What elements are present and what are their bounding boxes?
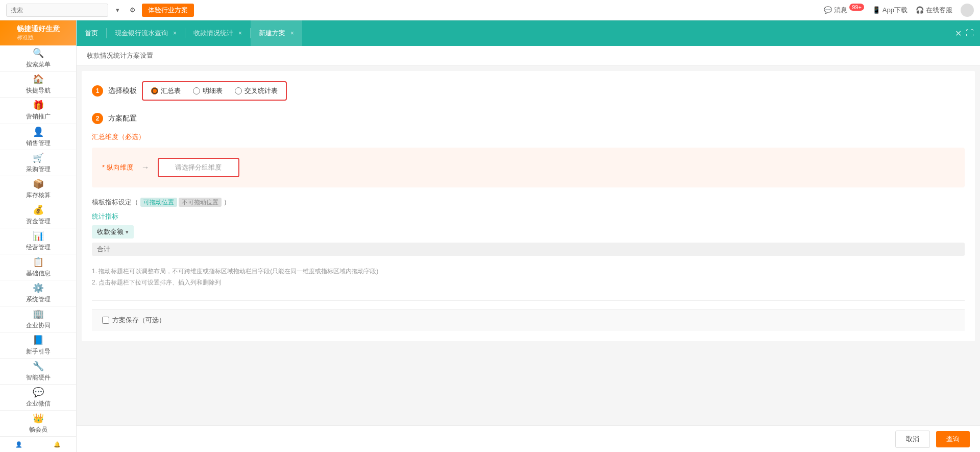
- sidebar-item-purchase[interactable]: 🛒 采购管理: [0, 150, 76, 176]
- sidebar-item-label: 基础信息: [26, 269, 51, 278]
- gear-icon[interactable]: ⚙: [127, 4, 139, 16]
- metrics-label-suffix: ）: [224, 198, 230, 206]
- step2-header: 2 方案配置: [92, 113, 965, 124]
- clipboard-icon: 📋: [33, 256, 44, 268]
- sidebar-item-enterprise[interactable]: 🏢 企业协同: [0, 306, 76, 332]
- radio-cross-input[interactable]: [235, 87, 242, 94]
- tab-receipts[interactable]: 收款情况统计 ×: [185, 20, 250, 46]
- metrics-subtag-row: 合计: [92, 243, 965, 256]
- top-bar-right: 💬 消息 99+ 📱 App下载 🎧 在线客服: [824, 4, 974, 17]
- support-label: 在线客服: [926, 6, 952, 15]
- top-search-input[interactable]: [6, 4, 108, 17]
- sidebar-logo: 畅捷通好生意 标准版: [0, 20, 76, 45]
- tool-icon: 🔧: [33, 361, 44, 372]
- radio-detail-input[interactable]: [193, 87, 200, 94]
- tab-cashflow-close[interactable]: ×: [173, 30, 177, 37]
- dimension-select[interactable]: 请选择分组维度: [158, 158, 239, 177]
- money-icon: 💰: [33, 204, 44, 216]
- sidebar-item-label: 经营管理: [26, 243, 51, 252]
- close-window-icon[interactable]: ✕: [955, 29, 962, 38]
- radio-detail[interactable]: 明细表: [193, 86, 223, 96]
- sidebar-item-inventory[interactable]: 📦 库存核算: [0, 176, 76, 202]
- book-icon: 📘: [33, 335, 44, 346]
- version-text: 标准版: [17, 34, 60, 41]
- save-checkbox[interactable]: [102, 317, 109, 324]
- sidebar-item-marketing[interactable]: 🎁 营销推广: [0, 98, 76, 124]
- sidebar-item-sales[interactable]: 👤 销售管理: [0, 124, 76, 150]
- tab-bar-right: ✕ ⛶: [955, 29, 980, 38]
- radio-summary-input[interactable]: [151, 87, 158, 94]
- sidebar-item-wechat[interactable]: 💬 企业微信: [0, 385, 76, 411]
- support-item[interactable]: 🎧 在线客服: [916, 6, 952, 15]
- crown-icon: 👑: [33, 413, 44, 424]
- dimension-placeholder: 请选择分组维度: [175, 163, 222, 171]
- person-icon: 👤: [33, 126, 44, 137]
- message-icon: 💬: [824, 6, 832, 14]
- user-bottom-icon: 👤: [15, 441, 22, 448]
- sidebar-item-vip[interactable]: 👑 畅会员: [0, 411, 76, 437]
- message-item[interactable]: 💬 消息 99+: [824, 6, 864, 15]
- notify-icon: 🔔: [54, 441, 61, 448]
- metrics-label-text: 模板指标设定（: [92, 198, 138, 206]
- step2-section: 2 方案配置 汇总维度（必选） * 纵向维度 → 请选择分组维度: [92, 113, 965, 288]
- support-icon: 🎧: [916, 6, 924, 14]
- radio-cross[interactable]: 交叉统计表: [235, 86, 278, 96]
- sidebar-item-management[interactable]: 📊 经营管理: [0, 228, 76, 254]
- sidebar-item-guide[interactable]: 📘 新手引导: [0, 332, 76, 359]
- sidebar-bottom-user[interactable]: 👤: [15, 441, 22, 448]
- metrics-subtag-total: 合计: [92, 243, 965, 256]
- metrics-tag-amount[interactable]: 收款金额 ▾: [92, 225, 134, 239]
- message-label: 消息: [834, 6, 847, 15]
- sidebar-item-label: 资金管理: [26, 217, 51, 226]
- dimension-row-label: * 纵向维度: [102, 163, 133, 172]
- tab-receipts-close[interactable]: ×: [238, 30, 242, 37]
- sidebar-item-system[interactable]: ⚙️ 系统管理: [0, 280, 76, 306]
- top-bar: ▾ ⚙ 体验行业方案 💬 消息 99+ 📱 App下载 🎧 在线客服: [0, 0, 980, 20]
- sidebar-item-label: 销售管理: [26, 139, 51, 148]
- sidebar-item-label: 搜索菜单: [26, 60, 51, 69]
- step1-section: 1 选择模板 汇总表 明细表: [92, 81, 965, 101]
- sidebar-item-label: 库存核算: [26, 191, 51, 200]
- cancel-button[interactable]: 取消: [895, 431, 930, 448]
- chevron-down-icon: ▾: [126, 229, 129, 235]
- query-button[interactable]: 查询: [936, 431, 970, 447]
- radio-summary[interactable]: 汇总表: [151, 86, 181, 96]
- sidebar: 畅捷通好生意 标准版 🔍 搜索菜单 🏠 快捷导航 🎁 营销推广 👤 销售管理 🛒…: [0, 20, 77, 452]
- download-label: App下载: [883, 6, 908, 15]
- download-item[interactable]: 📱 App下载: [872, 6, 908, 15]
- sidebar-item-label: 采购管理: [26, 165, 51, 174]
- metrics-tags: 收款金额 ▾: [92, 225, 965, 239]
- sidebar-item-search[interactable]: 🔍 搜索菜单: [0, 45, 76, 72]
- maximize-icon[interactable]: ⛶: [966, 29, 974, 38]
- sidebar-item-nav[interactable]: 🏠 快捷导航: [0, 72, 76, 98]
- tip-line1: 1. 拖动标题栏可以调整布局，不可跨维度或指标区域拖动栏目字段(只能在同一维度或…: [92, 266, 965, 277]
- tip-line2: 2. 点击标题栏下拉可设置排序、插入列和删除列: [92, 277, 965, 289]
- sidebar-item-label: 企业微信: [26, 399, 51, 408]
- step2-title: 方案配置: [108, 114, 137, 123]
- tab-new-plan[interactable]: 新建方案 ×: [251, 20, 302, 46]
- metrics-section: 模板指标设定（ 可拖动位置 不可拖动位置 ） 统计指标 收款金额 ▾: [92, 198, 965, 256]
- tab-cashflow[interactable]: 现金银行流水查询 ×: [107, 20, 185, 46]
- footer-bar: 取消 查询: [77, 425, 980, 452]
- sidebar-item-finance[interactable]: 💰 资金管理: [0, 202, 76, 228]
- dropdown-icon[interactable]: ▾: [111, 4, 124, 16]
- sidebar-item-hardware[interactable]: 🔧 智能硬件: [0, 359, 76, 385]
- dimension-label-text: 汇总维度（必选）: [92, 133, 145, 140]
- sidebar-bottom-notify[interactable]: 🔔: [54, 441, 61, 448]
- tab-home-label: 首页: [85, 29, 98, 38]
- sidebar-item-basic[interactable]: 📋 基础信息: [0, 254, 76, 280]
- home-icon: 🏠: [33, 74, 44, 85]
- industry-btn[interactable]: 体验行业方案: [142, 4, 194, 17]
- content-area: 首页 现金银行流水查询 × 收款情况统计 × 新建方案 × ✕ ⛶: [77, 20, 980, 452]
- radio-detail-label: 明细表: [203, 86, 223, 96]
- template-radio-group: 汇总表 明细表 交叉统计表: [142, 81, 287, 101]
- sidebar-item-label: 营销推广: [26, 112, 51, 121]
- sidebar-item-label: 系统管理: [26, 295, 51, 304]
- main-container: 畅捷通好生意 标准版 🔍 搜索菜单 🏠 快捷导航 🎁 营销推广 👤 销售管理 🛒…: [0, 20, 980, 452]
- page-header: 收款情况统计方案设置: [77, 46, 980, 66]
- download-icon: 📱: [872, 6, 880, 14]
- gear2-icon: ⚙️: [33, 282, 44, 294]
- tab-new-plan-close[interactable]: ×: [290, 30, 294, 37]
- tab-home[interactable]: 首页: [77, 20, 106, 46]
- avatar[interactable]: [961, 4, 974, 17]
